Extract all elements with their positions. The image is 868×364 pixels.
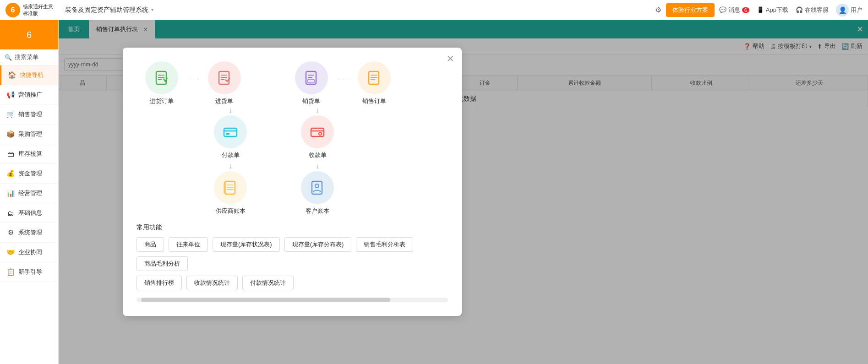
flow-circle-customer-ledger (301, 171, 334, 204)
common-functions: 常用功能 商品 往来单位 现存量(库存状况表) 现存量(库存分布表) 销售毛利分… (136, 223, 448, 290)
flow-section: 进货订单 - - - - → 进货单 (136, 61, 448, 215)
purchase-icon: 📦 (6, 130, 15, 138)
flow-node-customer-ledger[interactable]: 客户账本 (292, 171, 343, 215)
flow-arrows-row2: ↓ ↓ (136, 162, 448, 170)
func-btn-stock-dist[interactable]: 现存量(库存分布表) (284, 237, 352, 252)
flow-node-payment[interactable]: 付款单 (205, 115, 256, 159)
svg-rect-22 (225, 181, 235, 194)
spacer-left1 (136, 106, 187, 114)
top-bar: 6 畅康通好生意 标准版 装备及固定资产辅助管理系统 ▾ ⚙ 体验行业方案 💬 … (0, 0, 868, 20)
flow-circle-sales-bill (295, 61, 328, 94)
popup-box: ✕ 进货订单 (123, 48, 462, 316)
down-arrow-payment-icon: ↓ (229, 162, 232, 170)
sidebar-item-sys-mgmt[interactable]: ⚙ 系统管理 (0, 223, 58, 243)
top-right: 💬 消息 6 📱 App下载 🎧 在线客服 👤 用户 (719, 4, 863, 16)
online-service-btn[interactable]: 🎧 在线客服 (796, 6, 829, 14)
down-arrow-receipt-icon: ↓ (316, 162, 319, 170)
sidebar-item-marketing[interactable]: 📢 营销推广 (0, 85, 58, 105)
spacer-mid (256, 106, 292, 114)
system-title-dropdown-icon[interactable]: ▾ (151, 7, 153, 12)
flow-circle-receipt (301, 115, 334, 148)
message-btn[interactable]: 💬 消息 6 (719, 6, 749, 14)
popup-close-btn[interactable]: ✕ (447, 53, 454, 64)
flow-node-purchase-order[interactable]: 进货订单 (136, 61, 187, 105)
user-area[interactable]: 👤 用户 (836, 4, 863, 16)
flow-circle-purchase-order (145, 61, 178, 94)
sidebar-item-operations[interactable]: 📊 经营管理 (0, 184, 58, 203)
flow-node-supplier-ledger[interactable]: 供应商账本 (205, 171, 256, 215)
sidebar-item-new-guide[interactable]: 📋 新手引导 (0, 262, 58, 282)
system-title: 装备及固定资产辅助管理系统 ▾ (65, 6, 650, 14)
func-btn-sales-rank[interactable]: 销售排行榜 (136, 276, 182, 290)
logo-icon: 6 (5, 3, 20, 17)
flow-node-sales-order[interactable]: 销售订单 (349, 61, 399, 105)
svg-rect-11 (308, 79, 314, 83)
logo-area: 6 畅康通好生意 标准版 (5, 3, 60, 17)
sidebar-logo: 6 (0, 20, 58, 49)
service-icon: 🎧 (796, 6, 803, 13)
app-icon: 📱 (757, 6, 764, 13)
flow-row-3: 供应商账本 客户账本 (136, 171, 448, 215)
func-btn-product[interactable]: 商品 (136, 237, 164, 252)
sidebar-menu: 🏠 快捷导航 📢 营销推广 🛒 销售管理 📦 采购管理 🗃 库存核 (0, 65, 58, 364)
quick-nav-icon: 🏠 (8, 71, 16, 79)
app-download-btn[interactable]: 📱 App下载 (757, 6, 788, 14)
spacer-left2 (187, 106, 205, 114)
flow-row-1: 进货订单 - - - - → 进货单 (136, 61, 448, 105)
down-arrow-sales-bill-icon: ↓ (316, 106, 319, 114)
down-arrow-purchase-bill: ↓ (205, 106, 256, 114)
logo-text: 畅康通好生意 标准版 (23, 3, 53, 16)
sidebar-search[interactable]: 🔍 搜索菜单 (0, 49, 58, 65)
message-badge: 6 (742, 7, 749, 13)
spacer-r3-1 (136, 162, 187, 170)
experience-btn[interactable]: 体验行业方案 (666, 3, 715, 17)
func-btn-partners[interactable]: 往来单位 (169, 237, 208, 252)
svg-rect-19 (311, 128, 324, 136)
operations-icon: 📊 (6, 189, 15, 197)
basic-info-icon: 🗂 (6, 209, 15, 217)
func-btn-stock-status[interactable]: 现存量(库存状况表) (213, 237, 280, 252)
spacer-r3-3 (256, 162, 292, 170)
down-arrow-receipt: ↓ (292, 162, 343, 170)
common-funcs-title: 常用功能 (136, 223, 448, 232)
sidebar-item-inventory[interactable]: 🗃 库存核算 (0, 144, 58, 164)
func-btn-receipt-stats[interactable]: 收款情况统计 (186, 276, 238, 290)
sidebar-item-basic-info[interactable]: 🗂 基础信息 (0, 203, 58, 223)
flow-circle-payment (214, 115, 247, 148)
func-btn-sales-profit[interactable]: 销售毛利分析表 (356, 237, 413, 252)
content-area: 首页 销售订单执行表 ✕ ✕ ❓ 帮助 🖨 按模板打印 ▾ (59, 20, 868, 364)
search-icon: 🔍 (5, 54, 12, 61)
avatar: 👤 (836, 4, 849, 16)
flow-node-receipt[interactable]: 收款单 (292, 115, 343, 159)
flow-node-sales-bill[interactable]: 销货单 (286, 61, 337, 105)
func-row-2: 销售排行榜 收款情况统计 付款情况统计 (136, 276, 448, 290)
sidebar-item-quick-nav[interactable]: 🏠 快捷导航 (0, 65, 58, 85)
svg-point-28 (315, 184, 319, 188)
user-name: 用户 (851, 6, 863, 14)
arrow-purchase-order-to-bill: - - - - → (187, 75, 199, 82)
sidebar-item-finance[interactable]: 💰 资金管理 (0, 164, 58, 184)
left-flow: 进货订单 - - - - → 进货单 (136, 61, 250, 105)
down-arrow-payment: ↓ (205, 162, 256, 170)
sidebar-item-sales[interactable]: 🛒 销售管理 (0, 105, 58, 125)
svg-rect-16 (224, 128, 237, 136)
sidebar: 6 🔍 搜索菜单 🏠 快捷导航 📢 营销推广 🛒 销售管理 (0, 20, 59, 364)
flow-circle-purchase-bill (208, 61, 241, 94)
down-arrow-purchase-bill-icon: ↓ (229, 106, 232, 114)
sidebar-logo-icon: 6 (20, 26, 38, 44)
message-icon: 💬 (719, 6, 726, 13)
sidebar-item-purchase[interactable]: 📦 采购管理 (0, 125, 58, 144)
flow-node-purchase-bill[interactable]: 进货单 (199, 61, 250, 105)
settings-icon[interactable]: ⚙ (655, 5, 661, 14)
func-btn-payment-stats[interactable]: 付款情况统计 (242, 276, 294, 290)
popup-scrollbar-thumb (141, 298, 390, 302)
popup-scrollbar[interactable] (136, 298, 448, 302)
inventory-icon: 🗃 (6, 150, 15, 158)
sys-mgmt-icon: ⚙ (6, 228, 15, 237)
svg-rect-18 (226, 133, 229, 135)
flow-row-2: 付款单 收款单 (136, 115, 448, 159)
func-btn-product-profit[interactable]: 商品毛利分析 (136, 256, 188, 271)
flow-circle-sales-order (358, 61, 391, 94)
sidebar-item-enterprise[interactable]: 🤝 企业协同 (0, 243, 58, 262)
marketing-icon: 📢 (6, 91, 15, 99)
